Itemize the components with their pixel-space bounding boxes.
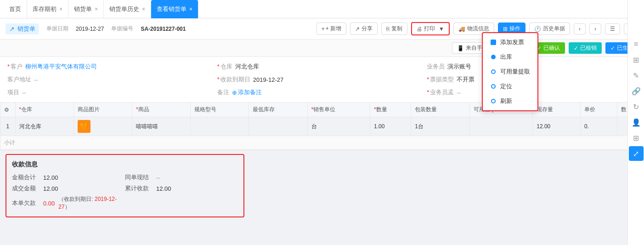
doc-type-badge: ↗ 销货单 — [6, 23, 39, 34]
add-remark-icon: ⊕ — [232, 89, 237, 96]
subtotal-label: 小计 — [0, 136, 644, 150]
salesperson-value: 演示账号 — [447, 63, 471, 71]
deal-amount-value: 12.00 — [43, 185, 58, 192]
sidebar-link-icon[interactable]: 🔗 — [629, 84, 644, 98]
locate-label: 定位 — [500, 82, 512, 91]
right-sidebar: ≡ ⊞ ✎ 🔗 ↻ 👤 ⊞ ⤢ — [627, 0, 644, 221]
remark-row: 备注 ⊕ 添加备注 — [217, 88, 427, 97]
same-order-label: 同单现结 — [125, 173, 153, 182]
close-view-sales-tab[interactable]: × — [189, 6, 192, 12]
same-order-value: -- — [156, 174, 160, 181]
voided-button[interactable]: ✓ 已核销 — [569, 42, 602, 54]
product-table-wrapper: ⚙ *仓库 商品图片 *商品 规格型号 最低库存 *销售单位 *数量 包装数量 … — [0, 102, 644, 150]
form-area: 客户 柳州粤港平安气体有限公司 仓库 河北仓库 业务员 演示账号 客户地址 --… — [0, 57, 644, 102]
new-button[interactable]: + + 新增 — [316, 23, 346, 35]
total-row: 金额合计 12.00 — [12, 173, 125, 182]
doc-type-icon: ↗ — [9, 25, 15, 33]
td-product-img: 🧡 — [73, 117, 132, 136]
copy-button[interactable]: ⎘ 复制 — [381, 23, 407, 35]
sidebar-user-icon[interactable]: 👤 — [629, 115, 644, 130]
td-available — [469, 117, 533, 136]
product-image: 🧡 — [78, 120, 90, 133]
logistics-icon: 🚚 — [458, 26, 465, 32]
td-min-stock — [249, 117, 307, 136]
layout1-button[interactable]: ☰ — [605, 23, 620, 34]
add-invoice-item[interactable]: 添加发票 — [483, 35, 537, 50]
voided-icon: ✓ — [574, 45, 578, 51]
salesperson-label: 业务员 — [427, 63, 445, 71]
print-button[interactable]: 🖨 打印 ▼ — [411, 22, 450, 35]
operation-dropdown: 添加发票 出库 可用量提取 定位 刷新 — [482, 32, 538, 111]
doc-date-value: 2019-12-27 — [76, 26, 104, 32]
address-value: -- — [34, 76, 38, 83]
customer-label: 客户 — [7, 63, 23, 71]
sidebar-expand-icon[interactable]: ⤢ — [629, 146, 644, 161]
th-unit-price: 单价 — [580, 103, 617, 117]
tab-sales[interactable]: 销货单 × — [68, 0, 104, 18]
tab-bar: 首页 库存期初 × 销货单 × 销货单历史 × 查看销货单 × × — [0, 0, 644, 18]
remark-label: 备注 — [217, 88, 229, 97]
close-sales-tab[interactable]: × — [95, 6, 98, 12]
close-sales-history-tab[interactable]: × — [142, 6, 145, 12]
project-label: 项目 — [7, 88, 19, 97]
th-spec: 规格型号 — [191, 103, 249, 117]
close-inventory-tab[interactable]: × — [59, 6, 62, 12]
cumulative-label: 累计收款 — [125, 184, 153, 193]
arrears-label: 本单欠款 — [12, 199, 40, 207]
add-remark-button[interactable]: ⊕ 添加备注 — [232, 88, 262, 97]
th-min-stock: 最低库存 — [249, 103, 307, 117]
sidebar-grid-icon[interactable]: ⊞ — [629, 52, 644, 67]
tab-view-sales[interactable]: 查看销货单 × — [151, 0, 198, 18]
th-pack-qty: 包装数量 — [411, 103, 469, 117]
business-person-value: -- — [457, 89, 461, 96]
effective-icon: ✓ — [610, 45, 615, 51]
th-product-img: 商品图片 — [73, 103, 132, 117]
add-invoice-label: 添加发票 — [500, 38, 524, 46]
arrears-note: （收款到期日: 2019-12-27） — [58, 195, 125, 211]
sidebar-list-icon[interactable]: ≡ — [629, 37, 644, 51]
doc-no-label: 单据编号 — [111, 25, 133, 33]
share-button[interactable]: ↗ 分享 — [350, 23, 378, 35]
tab-sales-history[interactable]: 销货单历史 × — [104, 0, 151, 18]
available-qty-item[interactable]: 可用量提取 — [483, 64, 537, 79]
cumulative-value: 12.00 — [156, 185, 171, 192]
operation-icon: ⊞ — [503, 26, 508, 32]
locate-item[interactable]: 定位 — [483, 79, 537, 94]
refresh-item[interactable]: 刷新 — [483, 94, 537, 108]
doc-header: ↗ 销货单 单据日期 2019-12-27 单据编号 SA-20191227-0… — [0, 18, 644, 40]
td-product: 嘻嘻嘻嘻 — [132, 117, 190, 136]
td-quantity: 1.00 — [370, 117, 411, 136]
payment-date-row: 收款到期日 2019-12-27 — [217, 75, 427, 84]
warehouse-row: 仓库 河北仓库 — [217, 63, 427, 71]
table-header-row: ⚙ *仓库 商品图片 *商品 规格型号 最低库存 *销售单位 *数量 包装数量 … — [0, 103, 644, 117]
payment-date-label: 收款到期日 — [217, 75, 250, 84]
ticket-type-label: 票据类型 — [427, 75, 454, 84]
print-dropdown-arrow[interactable]: ▼ — [439, 26, 444, 32]
next-button[interactable]: › — [589, 23, 601, 34]
available-qty-icon — [490, 68, 497, 75]
out-warehouse-item[interactable]: 出库 — [483, 50, 537, 64]
tab-home[interactable]: 首页 — [4, 0, 27, 18]
sidebar-edit-icon[interactable]: ✎ — [629, 68, 644, 83]
td-pack-qty: 1台 — [411, 117, 469, 136]
tab-inventory[interactable]: 库存期初 × — [27, 0, 68, 18]
sidebar-refresh-icon[interactable]: ↻ — [629, 99, 644, 114]
product-table: ⚙ *仓库 商品图片 *商品 规格型号 最低库存 *销售单位 *数量 包装数量 … — [0, 103, 644, 150]
project-row: 项目 -- — [7, 88, 217, 97]
warehouse-value: 河北仓库 — [235, 63, 259, 71]
business-person-label: 业务员孟 — [427, 88, 454, 97]
doc-type-label: 销货单 — [17, 25, 35, 33]
sidebar-data-icon[interactable]: ⊞ — [629, 131, 644, 145]
subtotal-row: 小计 — [0, 136, 644, 150]
project-value: -- — [22, 89, 26, 96]
customer-row: 客户 柳州粤港平安气体有限公司 — [7, 63, 217, 71]
customer-value[interactable]: 柳州粤港平安气体有限公司 — [25, 63, 97, 71]
toolbar: + + 新增 ↗ 分享 ⎘ 复制 🖨 打印 ▼ 🚚 物流信息 ⊞ 操作 🕐 历史… — [316, 22, 638, 35]
prev-button[interactable]: ‹ — [574, 23, 586, 34]
total-label: 金额合计 — [12, 173, 40, 182]
address-label: 客户地址 — [7, 75, 31, 84]
td-spec — [191, 117, 249, 136]
th-settings[interactable]: ⚙ — [0, 103, 15, 117]
deal-amount-row: 成交金额 12.00 — [12, 184, 125, 193]
history-icon: 🕐 — [534, 26, 541, 32]
